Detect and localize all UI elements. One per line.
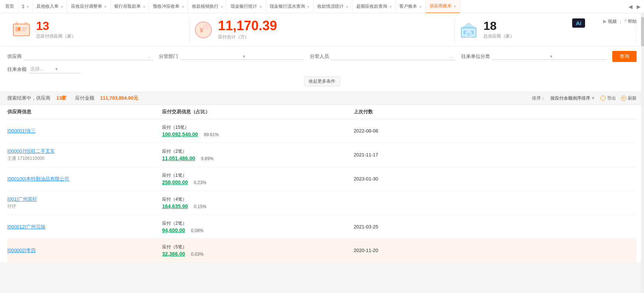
nav-tab-receivable-close[interactable]: × <box>221 4 223 9</box>
nav-tab-cashflow-close[interactable]: × <box>307 4 309 9</box>
person-input[interactable] <box>333 54 450 59</box>
export-action[interactable]: ↑ 导出 <box>601 95 616 101</box>
nav-tab-cashflow[interactable]: 现金银行流水查询 × <box>266 0 314 13</box>
trans-amount-0[interactable]: 100,092,540.00 <box>162 131 198 137</box>
supplier-link-4[interactable]: [000012]广州贝瑞 <box>7 224 162 230</box>
supplier-label: 供应商 <box>7 53 22 60</box>
top-right-links: ▶ 视频 | ? 帮助 <box>603 18 637 25</box>
refresh-label: 刷新 <box>628 95 637 101</box>
dept-select-wrap[interactable]: ▼ <box>180 54 304 60</box>
help-link[interactable]: ? 帮助 <box>624 18 637 25</box>
nav-tab-prepay-label: 预收冲应收单 <box>153 3 179 10</box>
stat-icon-payable: ¥ <box>11 20 32 40</box>
nav-tab-recvstat[interactable]: 收款情况统计 × <box>314 0 352 13</box>
supplier-link-3[interactable]: [001]广州荣轩 <box>7 196 162 203</box>
trans-amount-4[interactable]: 94,600.00 <box>162 227 185 233</box>
nav-tab-adjust[interactable]: 应收应付调整单 × <box>67 0 111 13</box>
category-select-wrap[interactable]: ▼ <box>492 54 607 60</box>
svg-text:¥: ¥ <box>18 27 21 31</box>
svg-point-5 <box>24 22 27 25</box>
nav-tab-income[interactable]: 其他收入单 × <box>33 0 67 13</box>
nav-tab-3-close[interactable]: × <box>27 4 29 9</box>
stats-bar: ¥ 13 总应付供应商（家） ¥ 11,170.39 应付合计（万） <box>0 13 644 46</box>
col-header-lastpay: 上次付数 <box>354 108 637 115</box>
lastpay-5: 2020-11-20 <box>354 248 637 253</box>
trans-amount-2[interactable]: 258,000.00 <box>162 179 188 185</box>
nav-tab-cashstat-label: 现金银行统计 <box>231 3 257 10</box>
trans-row-2: 258,000.00 0.23% <box>162 179 354 185</box>
stat-label-allsup: 总供应商（家） <box>483 33 514 39</box>
balance-arrow-icon: ▼ <box>55 67 79 71</box>
nav-tab-bank[interactable]: 银行存取款单 × <box>111 0 149 13</box>
person-input-wrap[interactable]: ... <box>331 53 455 60</box>
refresh-action[interactable]: ↻ 刷新 <box>621 95 637 101</box>
sort-select[interactable]: 按应付余额倒序排序 ▼ <box>550 95 595 101</box>
supplier-link-2[interactable]: [000100]本特勤油品有限公司 <box>7 176 162 182</box>
supplier-dots[interactable]: ... <box>147 54 151 59</box>
nav-tab-receivable-label: 收款核销执行 <box>192 3 218 10</box>
nav-tab-adjust-close[interactable]: × <box>104 4 106 9</box>
divider: | <box>620 19 621 24</box>
collapse-button[interactable]: 收起更多条件 <box>304 76 340 86</box>
query-button[interactable]: 查询 <box>612 51 637 62</box>
ai-badge[interactable]: Ai <box>572 18 585 28</box>
nav-tab-recvstat-close[interactable]: × <box>346 4 348 9</box>
transaction-info-3: 应付（4笔） 164,635.90 0.15% <box>162 196 354 209</box>
supplier-contact-1: 王通 17106110000 <box>7 155 162 162</box>
trans-amount-5[interactable]: 32,366.00 <box>162 251 185 257</box>
nav-arrows: ◀ ▶ <box>626 0 643 13</box>
scroll-thumb[interactable] <box>641 17 644 46</box>
transaction-info-0: 应付（15笔） 100,092,540.00 89.61% <box>162 124 354 137</box>
table-row: [000002]李四 应付（5笔） 32,366.00 0.03% 2020-1… <box>7 239 637 262</box>
table-header: 供应商信息 应付交易信息（占比） 上次付数 <box>7 105 637 119</box>
table-row: [000007]恒旺二手叉车 王通 17106110000 应付（2笔） 11,… <box>7 143 637 167</box>
trans-row-1: 11,051,486.00 9.89% <box>162 155 354 161</box>
supplier-link-0[interactable]: [000001]张三 <box>7 128 162 134</box>
balance-select-wrap[interactable]: 选择... ▼ <box>29 65 80 73</box>
nav-tab-supplier[interactable]: 供应商账本 × <box>426 0 460 13</box>
supplier-input-wrap[interactable]: ... <box>24 53 153 60</box>
trans-label-2: 应付（1笔） <box>162 172 354 179</box>
video-link[interactable]: ▶ 视频 <box>603 18 617 25</box>
nav-tab-bank-close[interactable]: × <box>143 4 145 9</box>
col-header-supplier: 供应商信息 <box>7 108 162 115</box>
export-label: 导出 <box>607 95 616 101</box>
export-icon: ↑ <box>601 96 606 101</box>
trans-amount-1[interactable]: 11,051,486.00 <box>162 155 195 161</box>
supplier-link-1[interactable]: [000007]恒旺二手叉车 <box>7 148 162 155</box>
nav-tab-customer-close[interactable]: × <box>419 4 421 9</box>
scroll-track[interactable] <box>641 13 644 262</box>
stat-icon-store <box>458 20 479 40</box>
sort-arrow-icon: ▼ <box>591 96 595 101</box>
table-row: [001]广州荣轩 仔仔 应付（4笔） 164,635.90 0.15% <box>7 191 637 215</box>
dept-label: 分管部门 <box>159 53 178 60</box>
nav-tab-income-close[interactable]: × <box>61 4 63 9</box>
nav-tab-cashstat-close[interactable]: × <box>259 4 262 9</box>
nav-tab-supplier-close[interactable]: × <box>454 4 456 8</box>
amount-label: 应付金额 <box>75 95 94 101</box>
nav-tab-overdue-close[interactable]: × <box>389 4 392 9</box>
nav-tab-customer[interactable]: 客户账本 × <box>396 0 426 13</box>
nav-tab-overdue[interactable]: 超期应收款查询 × <box>353 0 396 13</box>
nav-tab-prepay[interactable]: 预收冲应收单 × <box>149 0 188 13</box>
table-row: [000012]广州贝瑞 应付（2笔） 94,600.00 0.08% 2021… <box>7 215 637 239</box>
nav-tab-home[interactable]: 首页 <box>1 0 18 13</box>
supplier-link-5[interactable]: [000002]李四 <box>7 247 162 254</box>
sort-label: 排序： <box>532 95 545 101</box>
supplier-count: 13家 <box>56 95 66 101</box>
nav-prev-button[interactable]: ◀ <box>626 0 634 13</box>
nav-tab-3[interactable]: 3 × <box>18 0 33 13</box>
supplier-input[interactable] <box>25 54 147 59</box>
table-area: 供应商信息 应付交易信息（占比） 上次付数 [000001]张三 应付（15笔）… <box>0 105 644 262</box>
nav-tab-receivable[interactable]: 收款核销执行 × <box>188 0 227 13</box>
nav-tab-cashstat[interactable]: 现金银行统计 × <box>227 0 266 13</box>
nav-next-button[interactable]: ▶ <box>634 0 643 13</box>
sort-value: 按应付余额倒序排序 <box>550 95 590 101</box>
supplier-info-5: [000002]李四 <box>7 247 162 254</box>
nav-tab-home-label: 首页 <box>5 3 14 10</box>
stat-content-payable: 13 总应付供应商（家） <box>36 20 76 39</box>
person-dots[interactable]: ... <box>450 54 454 59</box>
nav-tab-prepay-close[interactable]: × <box>182 4 184 9</box>
trans-amount-3[interactable]: 164,635.90 <box>162 203 188 209</box>
svg-rect-15 <box>467 33 470 36</box>
